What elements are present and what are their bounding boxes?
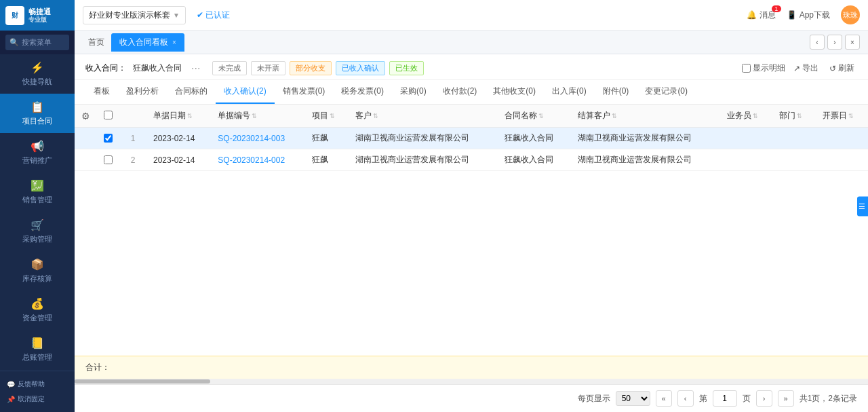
- th-dept[interactable]: 部门 ⇅: [772, 105, 815, 128]
- select-all-checkbox[interactable]: [104, 111, 113, 119]
- tab-purchase[interactable]: 采购(0): [392, 80, 435, 104]
- row-checkbox[interactable]: [104, 155, 113, 164]
- sidebar-item-funds[interactable]: 💰 资金管理: [0, 291, 75, 330]
- row-checkbox[interactable]: [104, 134, 113, 143]
- row-project-cell: 狂飙: [305, 128, 348, 149]
- th-date[interactable]: 单据日期 ⇅: [146, 105, 211, 128]
- sort-project-icon: ⇅: [330, 113, 335, 119]
- row-checkbox-cell[interactable]: [97, 128, 119, 149]
- sidebar-item-quick-nav[interactable]: ⚡ 快捷导航: [0, 54, 75, 94]
- quick-nav-icon: ⚡: [31, 61, 44, 74]
- row-sn-cell[interactable]: SQ-20230214-002: [211, 149, 305, 171]
- row-customer-cell: 湖南卫视商业运营发展有限公司: [349, 149, 498, 171]
- general-ledger-icon: 📒: [31, 337, 44, 350]
- th-dept-label: 部门: [779, 110, 795, 121]
- inventory-icon: 📦: [31, 258, 44, 271]
- sidebar-item-sales[interactable]: 💹 销售管理: [0, 172, 75, 212]
- page-label: 第: [699, 393, 707, 405]
- verified-badge: ✔ 已认证: [197, 10, 230, 21]
- page-of-label: 页: [743, 393, 751, 405]
- sidebar-item-label: 总账管理: [22, 352, 52, 362]
- row-sn-cell[interactable]: SQ-20230214-003: [211, 128, 305, 149]
- tab-close-all-button[interactable]: ×: [845, 35, 860, 50]
- notifications-button[interactable]: 🔔 1 消息: [747, 10, 776, 21]
- search-menu-section[interactable]: 🔍 搜索菜单: [0, 31, 75, 54]
- row-contract-name-cell: 狂飙收入合同: [498, 128, 571, 149]
- contract-name: 狂飙收入合同: [133, 62, 182, 74]
- sidebar-item-marketing[interactable]: 📢 营销推广: [0, 133, 75, 172]
- status-tag-uninvoiced[interactable]: 未开票: [251, 61, 285, 75]
- th-customer[interactable]: 客户 ⇅: [349, 105, 498, 128]
- company-selector[interactable]: 好业财专业版演示帐套 ▼: [83, 6, 186, 24]
- show-detail-toggle[interactable]: 显示明细: [742, 62, 785, 74]
- tab-other-income[interactable]: 其他收支(0): [485, 80, 544, 104]
- th-contract-name[interactable]: 合同名称 ⇅: [498, 105, 571, 128]
- row-salesman-cell: [720, 128, 772, 149]
- th-salesman-label: 业务员: [727, 110, 751, 121]
- sidebar-unpin[interactable]: 📌 取消固定: [5, 392, 69, 407]
- th-bill-date[interactable]: 开票日 ⇅: [816, 105, 868, 128]
- show-detail-label: 显示明细: [753, 62, 785, 74]
- tab-income-confirm[interactable]: 收入确认(2): [216, 80, 275, 104]
- prev-page-button[interactable]: ‹: [677, 390, 694, 407]
- topbar-right: 🔔 1 消息 📱 App下载 珠珠: [747, 5, 860, 24]
- status-tag-incomplete[interactable]: 未完成: [212, 61, 247, 75]
- tab-change-log[interactable]: 变更记录(0): [637, 80, 696, 104]
- home-tab[interactable]: 首页: [83, 37, 110, 48]
- page-size-select[interactable]: 20 50 100: [616, 391, 650, 406]
- horizontal-scrollbar-thumb[interactable]: [75, 379, 210, 383]
- sidebar-item-general-ledger[interactable]: 📒 总账管理: [0, 330, 75, 369]
- export-button[interactable]: ↗ 导出: [791, 61, 821, 75]
- row-checkbox-cell[interactable]: [97, 149, 119, 171]
- show-detail-checkbox[interactable]: [742, 64, 751, 73]
- sidebar-feedback[interactable]: 💬 反馈帮助: [5, 377, 69, 392]
- refresh-button[interactable]: ↺ 刷新: [827, 61, 857, 75]
- search-menu-input[interactable]: 🔍 搜索菜单: [5, 35, 69, 50]
- status-tag-confirmed[interactable]: 已收入确认: [336, 61, 385, 75]
- page-number-input[interactable]: [713, 390, 737, 407]
- tab-warehouse[interactable]: 出入库(0): [544, 80, 595, 104]
- tab-prev-button[interactable]: ‹: [810, 35, 825, 50]
- refresh-label: 刷新: [838, 62, 854, 74]
- th-sn[interactable]: 单据编号 ⇅: [211, 105, 305, 128]
- contract-more-button[interactable]: ···: [189, 62, 203, 75]
- right-edge-panel-button[interactable]: ☰: [857, 196, 868, 216]
- sidebar-item-purchase[interactable]: 🛒 采购管理: [0, 212, 75, 251]
- data-table: ⚙ 单据日期 ⇅: [75, 105, 868, 171]
- unpin-icon: 📌: [7, 396, 15, 403]
- th-salesman[interactable]: 业务员 ⇅: [720, 105, 772, 128]
- next-page-button[interactable]: ›: [756, 390, 772, 407]
- sort-date-icon: ⇅: [187, 113, 193, 119]
- table-row[interactable]: 2 2023-02-14 SQ-20230214-002 狂飙 湖南卫视商业运营…: [75, 149, 868, 171]
- sort-result-customer-icon: ⇅: [612, 113, 617, 119]
- th-result-customer[interactable]: 结算客户 ⇅: [571, 105, 720, 128]
- tab-next-button[interactable]: ›: [827, 35, 842, 50]
- th-result-customer-label: 结算客户: [578, 110, 610, 121]
- tab-attachment[interactable]: 附件(0): [595, 80, 637, 104]
- tab-kanban[interactable]: 看板: [85, 80, 118, 104]
- tab-profit[interactable]: 盈利分析: [118, 80, 167, 104]
- th-checkbox: [97, 105, 119, 128]
- row-settings-cell: [75, 149, 97, 171]
- last-page-button[interactable]: »: [778, 390, 794, 407]
- sidebar-item-inventory[interactable]: 📦 库存核算: [0, 251, 75, 291]
- row-sn-link[interactable]: SQ-20230214-003: [218, 134, 285, 143]
- status-tag-active[interactable]: 已生效: [389, 61, 424, 75]
- column-settings-icon[interactable]: ⚙: [81, 111, 90, 121]
- user-avatar[interactable]: 珠珠: [841, 5, 860, 24]
- horizontal-scrollbar[interactable]: [75, 379, 868, 384]
- table-row[interactable]: 1 2023-02-14 SQ-20230214-003 狂飙 湖南卫视商业运营…: [75, 128, 868, 149]
- tab-contract-std[interactable]: 合同标的: [167, 80, 216, 104]
- active-tab[interactable]: 收入合同看板 ×: [111, 33, 184, 52]
- app-download-button[interactable]: 📱 App下载: [787, 10, 830, 21]
- tab-sales-invoice[interactable]: 销售发票(0): [275, 80, 334, 104]
- th-project[interactable]: 项目 ⇅: [305, 105, 348, 128]
- status-tag-partial[interactable]: 部分收支: [290, 61, 332, 75]
- tab-tax-invoice[interactable]: 税务发票(0): [333, 80, 392, 104]
- tab-close-button[interactable]: ×: [172, 39, 176, 46]
- sidebar-item-project-contract[interactable]: 📋 项目合同: [0, 94, 75, 133]
- purchase-icon: 🛒: [31, 219, 44, 231]
- row-sn-link[interactable]: SQ-20230214-002: [218, 155, 285, 165]
- tab-payment[interactable]: 收付款(2): [435, 80, 486, 104]
- first-page-button[interactable]: «: [656, 390, 672, 407]
